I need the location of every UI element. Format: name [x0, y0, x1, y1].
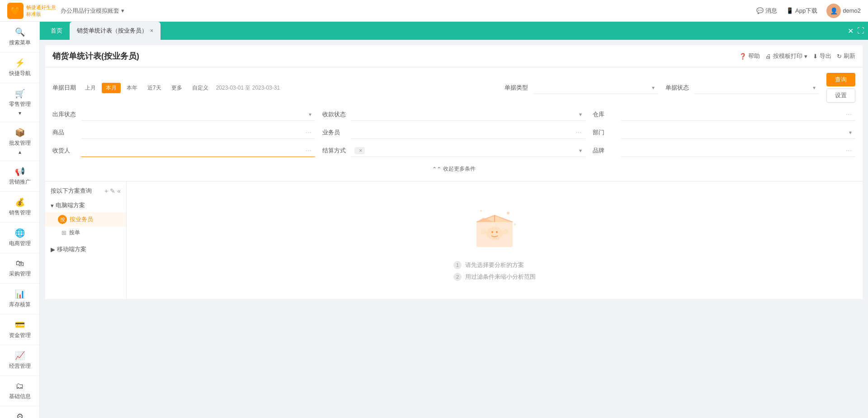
refresh-btn[interactable]: ↻ 刷新 [837, 52, 855, 60]
wholesale-icon: 📦 [15, 128, 25, 138]
goods-label: 商品 [52, 128, 77, 137]
user-profile-btn[interactable]: 👤 demo2 [826, 4, 861, 18]
filter-row-2: 出库状态 ▾ 收款状态 ▾ 仓库 [52, 108, 855, 121]
warehouse-dots-icon: ··· [846, 110, 852, 119]
sidebar-item-inventory[interactable]: 📊 库存核算 [0, 284, 39, 314]
scheme-group-pc-header[interactable]: ▾ 电脑端方案 [45, 199, 126, 212]
salesperson-control[interactable]: ··· [351, 126, 585, 139]
filter-row-1: 单据日期 上月 本月 本年 近7天 更多 自定义 2023-03-01 至 20… [52, 73, 855, 103]
sidebar-item-wholesale[interactable]: 📦 批发管理 ▴ [0, 122, 39, 161]
message-btn[interactable]: 💬 消息 [756, 7, 777, 15]
goods-control[interactable]: ··· [81, 126, 315, 139]
scheme-group-mobile-header[interactable]: ▶ 移动端方案 [45, 242, 126, 256]
department-control[interactable]: ▾ [621, 126, 855, 139]
date-btn-custom[interactable]: 自定义 [188, 83, 212, 93]
settlement-control[interactable]: × ▾ [351, 144, 585, 157]
tab-active[interactable]: 销货单统计表（按业务员） × [70, 22, 160, 40]
empty-box-illustration [467, 200, 522, 254]
receiver-control[interactable]: ··· [81, 144, 315, 157]
brand-control[interactable]: ··· [621, 144, 855, 157]
svg-point-3 [514, 223, 516, 225]
refresh-label: 刷新 [844, 52, 855, 60]
sidebar-item-retail[interactable]: 🛒 零售管理 ▾ [0, 83, 39, 122]
date-btn-more[interactable]: 更多 [167, 83, 186, 93]
tip-2-num: 2 [453, 273, 462, 281]
scheme-item-label: 按业务员 [70, 215, 93, 223]
filter-item-date: 单据日期 上月 本月 本年 近7天 更多 自定义 2023-03-01 至 20… [52, 83, 497, 93]
sidebar-item-sales[interactable]: 💰 销售管理 [0, 192, 39, 223]
settlement-arrow-icon: ▾ [579, 147, 582, 154]
scheme-subitem-label: 按单 [69, 229, 80, 237]
app-download-label: App下载 [795, 7, 817, 15]
refresh-icon: ↻ [837, 53, 842, 60]
sidebar-label-inventory: 库存核算 [9, 301, 31, 309]
date-btn-last7[interactable]: 近7天 [143, 83, 165, 93]
date-btn-this-year[interactable]: 本年 [123, 83, 142, 93]
date-btn-last-month[interactable]: 上月 [81, 83, 100, 93]
export-icon: ⬇ [813, 53, 818, 60]
salesperson-dots-icon: ··· [576, 128, 581, 137]
scheme-subitem[interactable]: ⊞ 按单 [45, 227, 126, 239]
sidebar-item-purchase[interactable]: 🛍 采购管理 [0, 253, 39, 284]
settlement-tag-remove[interactable]: × [359, 147, 362, 154]
message-icon: 💬 [756, 7, 764, 14]
collapse-btn[interactable]: ⌃⌃ 收起更多条件 [52, 162, 855, 176]
sidebar-item-operations[interactable]: 📈 经营管理 [0, 345, 39, 376]
tab-home[interactable]: 首页 [43, 22, 70, 40]
warehouse-label: 仓库 [593, 110, 618, 119]
out-status-control[interactable]: ▾ [81, 108, 315, 121]
scheme-group-mobile-label: 移动端方案 [57, 245, 86, 253]
sidebar-item-search[interactable]: 🔍 搜索菜单 [0, 22, 39, 52]
sidebar-item-system[interactable]: ⚙ 系统管理 [0, 406, 39, 418]
work-area: 按以下方案查询 + ✎ « ▾ 电脑端方案 按 [45, 181, 863, 299]
settings-button[interactable]: 设置 [826, 88, 855, 103]
scheme-edit-btn[interactable]: ✎ [110, 187, 115, 195]
logo-area: 🧡 畅捷通好生意 标准版 [7, 3, 56, 19]
username-label: demo2 [843, 7, 861, 14]
filter-item-doc-type: 单据类型 ▾ [505, 81, 658, 94]
warehouse-control[interactable]: ··· [621, 108, 855, 121]
sidebar-item-finance[interactable]: 💳 资金管理 [0, 314, 39, 345]
receipt-status-arrow-icon: ▾ [579, 111, 582, 118]
filter-item-warehouse: 仓库 ··· [593, 108, 855, 121]
query-button[interactable]: 查询 [826, 73, 855, 86]
receiver-dots-icon: ··· [306, 147, 311, 155]
filter-item-receipt-status: 收款状态 ▾ [322, 108, 585, 121]
scheme-add-btn[interactable]: + [104, 187, 108, 195]
export-btn[interactable]: ⬇ 导出 [813, 52, 831, 60]
scheme-collapse-btn[interactable]: « [117, 187, 121, 195]
page-header: 销货单统计表(按业务员) ❓ 帮助 🖨 按模板打印 ▾ ⬇ 导出 [45, 45, 863, 67]
doc-status-control[interactable]: ▾ [694, 81, 819, 94]
sidebar-label-operations: 经营管理 [9, 362, 31, 370]
system-icon: ⚙ [16, 412, 24, 418]
date-range: 2023-03-01 至 2023-03-31 [216, 84, 280, 92]
tab-home-label: 首页 [51, 27, 62, 35]
sidebar-label-finance: 资金管理 [9, 332, 31, 339]
scheme-panel: 按以下方案查询 + ✎ « ▾ 电脑端方案 按 [45, 181, 127, 299]
print-label: 按模板打印 [773, 52, 802, 60]
sidebar-item-ecommerce[interactable]: 🌐 电商管理 [0, 223, 39, 253]
breadcrumb-dropdown-icon[interactable]: ▾ [121, 7, 124, 14]
tab-fullscreen-btn[interactable]: ⛶ [857, 27, 864, 35]
svg-point-6 [496, 231, 498, 233]
tab-active-label: 销货单统计表（按业务员） [77, 27, 147, 35]
filter-item-receiver: 收货人 ··· [52, 144, 315, 157]
sidebar-item-marketing[interactable]: 📢 营销推广 [0, 161, 39, 192]
date-btn-this-month[interactable]: 本月 [102, 83, 121, 93]
sidebar-item-basics[interactable]: 🗂 基础信息 [0, 376, 39, 406]
brand-dots-icon: ··· [846, 147, 852, 155]
svg-point-2 [480, 210, 482, 212]
app-download-btn[interactable]: 📱 App下载 [786, 7, 817, 15]
collapse-up-icon: ⌃⌃ [432, 166, 441, 172]
doc-type-control[interactable]: ▾ [533, 81, 658, 94]
scheme-title: 按以下方案查询 [51, 187, 92, 195]
doc-status-label: 单据状态 [665, 84, 690, 92]
tab-close-btn[interactable]: × [150, 28, 153, 34]
print-btn[interactable]: 🖨 按模板打印 ▾ [765, 52, 807, 60]
tab-close-window-btn[interactable]: ✕ [848, 27, 854, 35]
sidebar-item-shortcuts[interactable]: ⚡ 快捷导航 [0, 52, 39, 83]
help-btn[interactable]: ❓ 帮助 [739, 52, 760, 60]
scheme-item-salesperson[interactable]: 按 按业务员 [45, 212, 126, 227]
department-label: 部门 [593, 128, 618, 137]
receipt-status-control[interactable]: ▾ [351, 108, 585, 121]
